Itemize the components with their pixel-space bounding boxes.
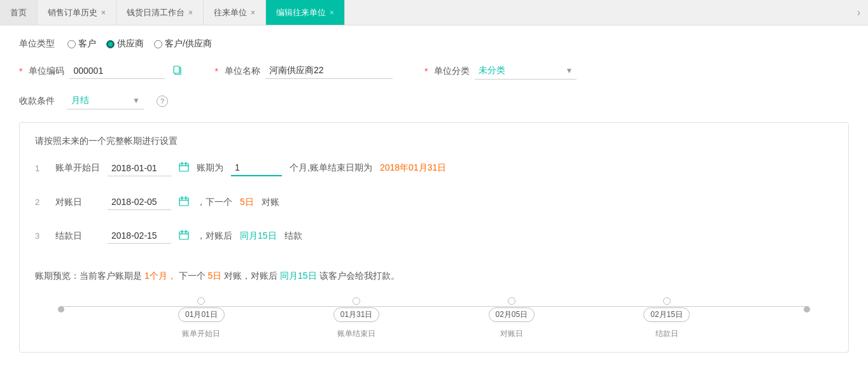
unit-code-input[interactable]	[69, 63, 165, 79]
payment-terms-value: 月结	[71, 95, 129, 106]
timeline-label-2: 01月31日	[333, 307, 380, 322]
timeline-dot-1	[197, 297, 205, 305]
tab-cashflow-close[interactable]: ×	[188, 8, 193, 17]
preview-highlight3: 同月15日	[280, 271, 317, 281]
row-1-period-unit: 个月,账单结束日期为	[290, 162, 372, 174]
panel-title: 请按照未来的一个完整帐期进行设置	[35, 136, 833, 147]
timeline-sublabel-1: 账单开始日	[182, 328, 220, 339]
row-3-calendar-icon[interactable]	[179, 230, 189, 243]
tab-edit-partner[interactable]: 编辑往来单位 ×	[266, 0, 345, 25]
radio-both-input[interactable]	[154, 40, 162, 48]
timeline-sublabel-4: 结款日	[655, 328, 678, 339]
tab-edit-partner-close[interactable]: ×	[330, 8, 334, 17]
unit-category-group: * 单位分类 未分类 ▼	[424, 62, 577, 80]
tab-sales-order-label: 销售订单历史	[48, 7, 97, 18]
radio-customer[interactable]: 客户	[67, 38, 96, 50]
unit-category-select[interactable]: 未分类 ▼	[475, 62, 577, 80]
row-3-num: 3	[35, 231, 48, 241]
main-content: 单位类型 客户 供应商 客户/供应商 * 单位编码	[0, 25, 868, 387]
payment-terms-select[interactable]: 月结 ▼	[67, 92, 144, 109]
radio-customer-label: 客户	[78, 38, 96, 50]
row-1-period-input[interactable]	[231, 160, 282, 176]
radio-both-label: 客户/供应商	[165, 38, 212, 50]
payment-terms-label: 收款条件	[19, 95, 55, 107]
row-3-desc-prefix: ，对账后	[197, 230, 232, 242]
unit-category-value: 未分类	[479, 65, 561, 76]
timeline-points: 01月01日 账单开始日 01月31日 账单结束日 02月05日 对账日	[60, 297, 808, 339]
radio-group: 客户 供应商 客户/供应商	[67, 38, 212, 50]
data-row-2: 2 对账日 ，下一个 5日 对账	[35, 194, 833, 210]
timeline-point-1: 01月01日 账单开始日	[178, 297, 225, 339]
tab-bar-more[interactable]: ›	[850, 7, 868, 18]
row-2-desc-suffix: 对账	[262, 197, 279, 208]
row-3-label: 结款日	[55, 230, 100, 242]
timeline-label-3: 02月05日	[489, 307, 535, 322]
row-1-period-end: 2018年01月31日	[380, 162, 446, 174]
unit-code-star: *	[19, 66, 22, 76]
svg-rect-6	[179, 198, 188, 206]
radio-supplier[interactable]: 供应商	[106, 38, 144, 50]
preview-highlight1: 1个月，	[144, 271, 176, 281]
row-3-desc-highlight: 同月15日	[240, 230, 277, 242]
preview-prefix: 账期预览：当前客户账期是	[35, 271, 142, 281]
radio-supplier-label: 供应商	[117, 38, 144, 50]
tab-sales-order[interactable]: 销售订单历史 ×	[38, 0, 116, 25]
preview-section: 账期预览：当前客户账期是 1个月， 下一个 5日 对账，对账后 同月15日 该客…	[35, 262, 833, 339]
radio-both[interactable]: 客户/供应商	[154, 38, 212, 50]
row-2-num: 2	[35, 197, 48, 207]
row-1-date-input[interactable]	[108, 160, 171, 176]
timeline: 01月01日 账单开始日 01月31日 账单结束日 02月05日 对账日	[35, 297, 833, 339]
svg-rect-10	[179, 232, 188, 239]
tab-sales-order-close[interactable]: ×	[101, 8, 106, 17]
unit-name-group: * 单位名称	[214, 63, 392, 79]
row-2-label: 对账日	[55, 197, 100, 208]
timeline-sublabel-3: 对账日	[500, 328, 523, 339]
timeline-point-4: 02月15日 结款日	[643, 297, 690, 339]
timeline-dot-2	[353, 297, 360, 305]
preview-mid1: 下一个	[179, 271, 206, 281]
tab-cashflow[interactable]: 钱货日清工作台 ×	[116, 0, 204, 25]
unit-info-row: * 单位编码 * 单位名称 * 单位分类 未分类 ▼	[19, 62, 849, 80]
row-1-num: 1	[35, 164, 48, 173]
unit-name-input[interactable]	[265, 63, 393, 79]
tab-partner[interactable]: 往来单位 ×	[204, 0, 266, 25]
unit-category-arrow-icon: ▼	[565, 66, 573, 75]
row-1-calendar-icon[interactable]	[179, 162, 189, 174]
unit-code-copy-icon[interactable]	[172, 65, 183, 78]
row-2-desc-highlight: 5日	[240, 197, 254, 208]
radio-customer-input[interactable]	[67, 40, 76, 48]
preview-text: 账期预览：当前客户账期是 1个月， 下一个 5日 对账，对账后 同月15日 该客…	[35, 271, 833, 282]
row-3-desc-suffix: 结款	[284, 230, 302, 242]
timeline-dot-3	[508, 297, 515, 305]
payment-terms-help-icon[interactable]: ?	[157, 95, 168, 107]
tab-partner-close[interactable]: ×	[251, 8, 255, 17]
row-2-calendar-icon[interactable]	[179, 196, 189, 209]
data-row-1: 1 账单开始日 账期为 个月,账单结束日期为 2018年01月31日	[35, 160, 833, 176]
timeline-point-3: 02月05日 对账日	[489, 297, 535, 339]
svg-rect-1	[174, 66, 179, 73]
timeline-label-4: 02月15日	[643, 307, 690, 322]
timeline-point-2: 01月31日 账单结束日	[333, 297, 380, 339]
unit-name-star: *	[214, 66, 218, 76]
timeline-label-1: 01月01日	[178, 307, 225, 322]
row-1-mid-label: 账期为	[197, 162, 223, 174]
row-3-date-input[interactable]	[108, 228, 171, 244]
timeline-right-end	[804, 306, 810, 313]
data-row-3: 3 结款日 ，对账后 同月15日 结款	[35, 228, 833, 244]
unit-code-group: * 单位编码	[19, 63, 183, 79]
row-2-desc-prefix: ，下一个	[197, 197, 232, 208]
preview-mid2: 对账，对账后	[224, 271, 277, 281]
radio-supplier-input[interactable]	[106, 40, 115, 48]
panel-box: 请按照未来的一个完整帐期进行设置 1 账单开始日 账期为 个月,账单结束日期为 …	[19, 122, 849, 353]
row-2-date-input[interactable]	[108, 194, 171, 210]
payment-terms-row: 收款条件 月结 ▼ ?	[19, 92, 849, 109]
tab-edit-partner-label: 编辑往来单位	[276, 7, 326, 18]
timeline-dot-4	[663, 297, 671, 305]
svg-rect-2	[179, 164, 188, 171]
tab-home[interactable]: 首页	[0, 0, 38, 25]
unit-type-row: 单位类型 客户 供应商 客户/供应商	[19, 38, 849, 50]
unit-category-star: *	[424, 66, 428, 76]
unit-code-label: 单位编码	[29, 66, 64, 77]
tab-bar: 首页 销售订单历史 × 钱货日清工作台 × 往来单位 × 编辑往来单位 × ›	[0, 0, 868, 25]
payment-terms-arrow-icon: ▼	[132, 96, 140, 105]
